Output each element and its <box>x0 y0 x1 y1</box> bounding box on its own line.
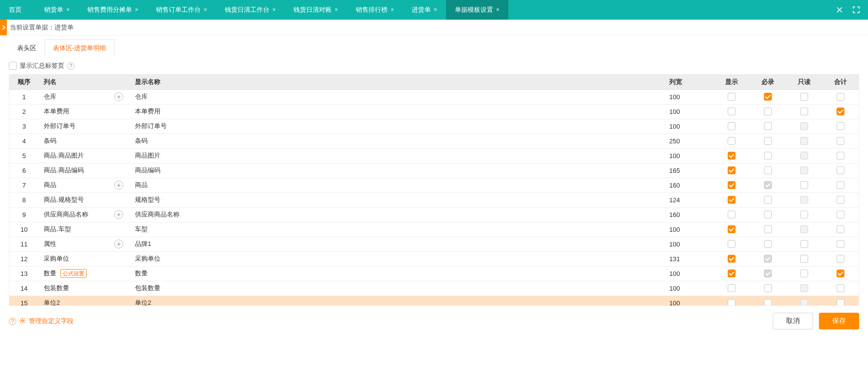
checkbox[interactable] <box>800 108 808 115</box>
close-all-icon[interactable] <box>833 3 846 17</box>
table-row[interactable]: 9供应商商品名称+供应商商品名称160 <box>9 207 859 222</box>
table-row[interactable]: 15单位2单位2100 <box>9 296 859 305</box>
top-tab[interactable]: 进货单× <box>403 0 446 20</box>
checkbox[interactable] <box>800 181 808 189</box>
checkbox[interactable] <box>837 255 844 263</box>
table-row[interactable]: 11属性+品牌1100 <box>9 237 859 251</box>
checkbox[interactable] <box>764 284 772 292</box>
top-tab[interactable]: 销售订单工作台× <box>147 0 216 20</box>
table-row[interactable]: 14包装数量包装数量100 <box>9 281 859 296</box>
checkbox[interactable] <box>764 299 772 305</box>
checkbox[interactable] <box>764 166 772 174</box>
close-icon[interactable]: × <box>496 6 500 13</box>
cell-width[interactable]: 100 <box>664 104 713 119</box>
checkbox[interactable] <box>728 108 736 115</box>
checkbox[interactable] <box>728 255 736 263</box>
checkbox[interactable] <box>837 225 844 233</box>
cell-width[interactable]: 131 <box>664 251 713 266</box>
close-icon[interactable]: × <box>135 6 138 13</box>
top-tab[interactable]: 销售费用分摊单× <box>79 0 147 20</box>
checkbox[interactable] <box>837 284 844 292</box>
close-icon[interactable]: × <box>335 6 338 13</box>
table-row[interactable]: 8商品.规格型号规格型号124 <box>9 192 859 207</box>
fullscreen-icon[interactable] <box>849 3 863 17</box>
checkbox[interactable] <box>800 270 808 277</box>
cell-display-name[interactable]: 外部订单号 <box>130 119 664 134</box>
cell-display-name[interactable]: 车型 <box>130 222 664 237</box>
show-summary-checkbox[interactable] <box>9 62 17 70</box>
cell-width[interactable]: 165 <box>664 163 713 178</box>
cell-width[interactable]: 124 <box>664 192 713 207</box>
table-row[interactable]: 5商品.商品图片商品图片100 <box>9 148 859 163</box>
checkbox[interactable] <box>728 225 736 233</box>
gear-icon[interactable] <box>19 317 26 325</box>
checkbox[interactable] <box>837 122 844 130</box>
cell-display-name[interactable]: 商品编码 <box>130 163 664 178</box>
cell-width[interactable]: 250 <box>664 134 713 148</box>
table-row[interactable]: 3外部订单号外部订单号100 <box>9 119 859 134</box>
collapse-toggle[interactable] <box>0 20 7 35</box>
cell-display-name[interactable]: 供应商商品名称 <box>130 207 664 222</box>
checkbox[interactable] <box>800 255 808 263</box>
checkbox[interactable] <box>837 181 844 189</box>
cell-width[interactable]: 100 <box>664 222 713 237</box>
checkbox[interactable] <box>764 122 772 130</box>
add-icon[interactable]: + <box>114 92 123 101</box>
formula-tag[interactable]: 公式设置 <box>60 269 87 278</box>
checkbox[interactable] <box>764 108 772 115</box>
checkbox[interactable] <box>728 166 736 174</box>
checkbox[interactable] <box>728 284 736 292</box>
help-icon[interactable]: ? <box>67 62 75 70</box>
checkbox[interactable] <box>764 225 772 233</box>
table-row[interactable]: 2本单费用本单费用100 <box>9 104 859 119</box>
cell-display-name[interactable]: 包装数量 <box>130 281 664 296</box>
cell-width[interactable]: 100 <box>664 296 713 305</box>
close-icon[interactable]: × <box>66 6 70 13</box>
top-tab[interactable]: 销货单× <box>35 0 79 20</box>
cell-display-name[interactable]: 品牌1 <box>130 237 664 251</box>
checkbox[interactable] <box>728 93 736 101</box>
add-icon[interactable]: + <box>114 210 123 219</box>
add-icon[interactable]: + <box>114 181 123 190</box>
checkbox[interactable] <box>837 166 844 174</box>
section-tab[interactable]: 表体区-进货单明细 <box>45 39 114 56</box>
close-icon[interactable]: × <box>434 6 437 13</box>
cell-display-name[interactable]: 单位2 <box>130 296 664 305</box>
cell-display-name[interactable]: 商品图片 <box>130 148 664 163</box>
save-button[interactable]: 保存 <box>819 313 859 329</box>
checkbox[interactable] <box>837 270 844 277</box>
close-icon[interactable]: × <box>391 6 394 13</box>
top-tab[interactable]: 单据模板设置× <box>446 0 508 20</box>
cell-width[interactable]: 160 <box>664 207 713 222</box>
table-row[interactable]: 7商品+商品160 <box>9 178 859 192</box>
checkbox[interactable] <box>800 240 808 248</box>
table-row[interactable]: 4条码条码250 <box>9 134 859 148</box>
checkbox[interactable] <box>728 152 736 160</box>
checkbox[interactable] <box>764 211 772 218</box>
checkbox[interactable] <box>837 108 844 115</box>
cell-width[interactable]: 100 <box>664 119 713 134</box>
checkbox[interactable] <box>837 137 844 145</box>
cell-width[interactable]: 100 <box>664 281 713 296</box>
table-row[interactable]: 6商品.商品编码商品编码165 <box>9 163 859 178</box>
checkbox[interactable] <box>728 240 736 248</box>
checkbox[interactable] <box>764 196 772 204</box>
checkbox[interactable] <box>800 93 808 101</box>
top-tab[interactable]: 钱货日清工作台× <box>216 0 285 20</box>
cell-width[interactable]: 100 <box>664 266 713 281</box>
checkbox[interactable] <box>728 196 736 204</box>
checkbox[interactable] <box>837 299 844 305</box>
checkbox[interactable] <box>764 137 772 145</box>
add-icon[interactable]: + <box>114 240 123 248</box>
checkbox[interactable] <box>837 152 844 160</box>
table-row[interactable]: 1仓库+仓库100 <box>9 89 859 104</box>
cancel-button[interactable]: 取消 <box>773 313 813 329</box>
cell-display-name[interactable]: 规格型号 <box>130 192 664 207</box>
footer-help-icon[interactable]: ? <box>9 318 16 325</box>
cell-display-name[interactable]: 本单费用 <box>130 104 664 119</box>
table-row[interactable]: 13数量公式设置数量100 <box>9 266 859 281</box>
checkbox[interactable] <box>837 211 844 218</box>
checkbox[interactable] <box>728 270 736 277</box>
top-tab[interactable]: 销售排行榜× <box>347 0 403 20</box>
close-icon[interactable]: × <box>272 6 276 13</box>
